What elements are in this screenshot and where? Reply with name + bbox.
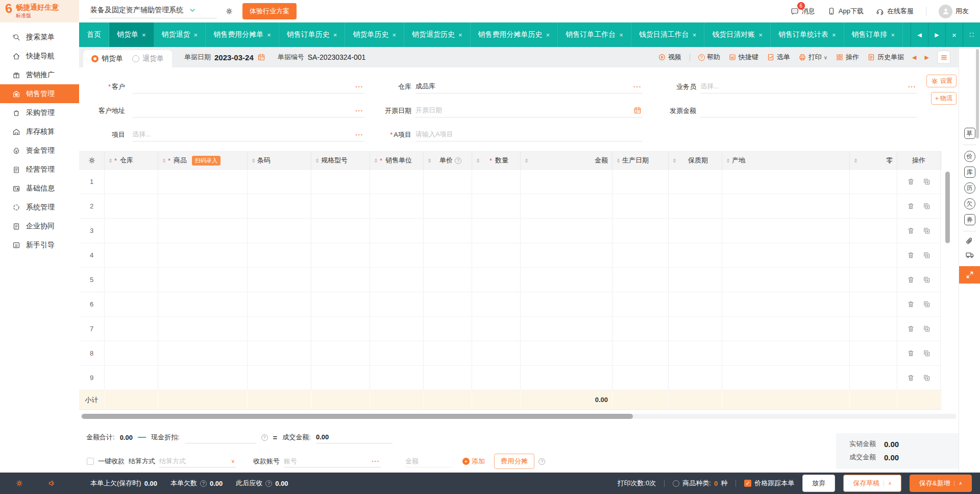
cell-生产日期[interactable] — [612, 243, 669, 267]
cell-商品[interactable] — [158, 170, 248, 194]
cell-单价[interactable] — [424, 170, 472, 194]
column-header-单价[interactable]: ▲▼单价? — [424, 152, 472, 169]
cell-单价[interactable] — [424, 292, 472, 316]
a-project-input[interactable]: 请输入A项目 — [415, 128, 643, 142]
cell-单价[interactable] — [424, 317, 472, 341]
cell-数量[interactable] — [472, 292, 521, 316]
sidebar-item-采购管理[interactable]: 采购管理 — [0, 103, 79, 122]
cell-金额[interactable] — [521, 268, 612, 292]
app-download-button[interactable]: App下载 — [827, 7, 864, 16]
cell-生产日期[interactable] — [612, 170, 669, 194]
sort-icon[interactable]: ▲▼ — [476, 158, 480, 163]
cell-单价[interactable] — [424, 366, 472, 390]
cell-零[interactable] — [850, 292, 897, 316]
cell-条码[interactable] — [248, 317, 311, 341]
cell-商品[interactable] — [158, 366, 248, 390]
cell-单价[interactable] — [424, 194, 472, 218]
coupon-icon[interactable]: 券 — [964, 214, 975, 225]
radio-return-order[interactable]: 退货单 — [132, 54, 164, 63]
cell-销售单位[interactable] — [370, 194, 424, 218]
row-actions[interactable] — [897, 366, 941, 390]
cell-金额[interactable] — [521, 194, 612, 218]
cell-零[interactable] — [850, 341, 897, 365]
cell-单价[interactable] — [424, 341, 472, 365]
cell-数量[interactable] — [472, 268, 521, 292]
video-button[interactable]: 视频 — [658, 53, 681, 62]
address-input[interactable]: ··· — [132, 104, 364, 117]
column-header-金额[interactable]: ▲▼金额 — [521, 152, 612, 169]
cell-仓库[interactable] — [105, 366, 158, 390]
checked-checkbox-icon[interactable]: ✓ — [744, 480, 751, 487]
copy-row-icon[interactable] — [923, 202, 930, 210]
page-scrollbar[interactable] — [976, 49, 979, 138]
settings-button[interactable]: 设置 — [926, 75, 957, 87]
fullscreen-button[interactable]: ⛶ — [963, 22, 980, 47]
tab-close-icon[interactable]: × — [267, 31, 271, 39]
column-header-保质期[interactable]: ▲▼保质期 — [669, 152, 722, 169]
delete-row-icon[interactable] — [907, 349, 915, 357]
expense-share-button[interactable]: 费用分摊 — [494, 454, 534, 469]
cell-数量[interactable] — [472, 194, 521, 218]
cell-产地[interactable] — [722, 268, 850, 292]
sidebar-item-库存核算[interactable]: 库存核算 — [0, 122, 79, 141]
trial-plan-button[interactable]: 体验行业方案 — [242, 3, 297, 19]
cell-零[interactable] — [850, 194, 897, 218]
copy-row-icon[interactable] — [923, 251, 930, 259]
actions-button[interactable]: 操作 — [836, 53, 859, 62]
cell-金额[interactable] — [521, 366, 612, 390]
cell-数量[interactable] — [472, 170, 521, 194]
doc-no-value[interactable]: SA-20230324-001 — [308, 53, 366, 61]
payment-amount-input[interactable]: 金额 — [405, 455, 451, 467]
tab-scroll-left-button[interactable]: ◀ — [911, 22, 928, 47]
cell-销售单位[interactable] — [370, 170, 424, 194]
history-icon[interactable]: 历 — [964, 182, 975, 194]
tab-scroll-right-button[interactable]: ▶ — [928, 22, 945, 47]
cell-零[interactable] — [850, 170, 897, 194]
copy-row-icon[interactable] — [923, 374, 930, 382]
row-actions[interactable] — [897, 292, 941, 316]
calendar-icon[interactable] — [257, 53, 265, 61]
tab-close-icon[interactable]: × — [333, 31, 337, 39]
cell-保质期[interactable] — [669, 292, 722, 316]
cell-生产日期[interactable] — [612, 268, 669, 292]
row-actions[interactable] — [897, 243, 941, 267]
draft-icon[interactable]: 草 — [964, 128, 975, 139]
tab-销货退货[interactable]: 销货退货× — [154, 22, 206, 47]
ellipsis-picker-icon[interactable]: ··· — [372, 457, 380, 465]
sidebar-item-系统管理[interactable]: 系统管理 — [0, 198, 79, 217]
row-actions[interactable] — [897, 268, 941, 292]
cell-规格型号[interactable] — [311, 268, 370, 292]
row-actions[interactable] — [897, 219, 941, 243]
tab-销售费用分摊单[interactable]: 销售费用分摊单× — [206, 22, 279, 47]
tab-close-icon[interactable]: × — [142, 31, 146, 39]
cell-销售单位[interactable] — [370, 317, 424, 341]
sidebar-item-营销推广[interactable]: 营销推广 — [0, 65, 79, 84]
logistics-icon[interactable] — [965, 250, 974, 260]
sort-icon[interactable]: ▲▼ — [162, 158, 166, 163]
cell-金额[interactable] — [521, 317, 612, 341]
cell-数量[interactable] — [472, 243, 521, 267]
cell-条码[interactable] — [248, 366, 311, 390]
cell-数量[interactable] — [472, 366, 521, 390]
pick-order-button[interactable]: 选单 — [767, 53, 790, 62]
cell-保质期[interactable] — [669, 194, 722, 218]
delete-row-icon[interactable] — [907, 276, 915, 284]
cell-零[interactable] — [850, 243, 897, 267]
stock-icon[interactable]: 库 — [964, 167, 975, 178]
doc-date-value[interactable]: 2023-03-24 — [214, 53, 254, 62]
tab-close-icon[interactable]: × — [194, 31, 198, 39]
ellipsis-picker-icon[interactable]: ··· — [633, 83, 642, 90]
cell-零[interactable] — [850, 317, 897, 341]
cell-销售单位[interactable] — [370, 243, 424, 267]
arrears-icon[interactable]: 欠 — [964, 198, 975, 209]
cell-规格型号[interactable] — [311, 317, 370, 341]
invoice-amount-input[interactable] — [700, 104, 917, 117]
cell-规格型号[interactable] — [311, 292, 370, 316]
cell-仓库[interactable] — [105, 317, 158, 341]
column-header-产地[interactable]: ▲▼产地 — [722, 152, 850, 169]
tab-钱货日清工作台[interactable]: 钱货日清工作台× — [631, 22, 705, 47]
tab-销售订单历史[interactable]: 销售订单历史× — [279, 22, 346, 47]
sort-icon[interactable]: ▲▼ — [315, 158, 319, 163]
cell-保质期[interactable] — [669, 341, 722, 365]
discard-button[interactable]: 放弃 — [802, 475, 835, 492]
